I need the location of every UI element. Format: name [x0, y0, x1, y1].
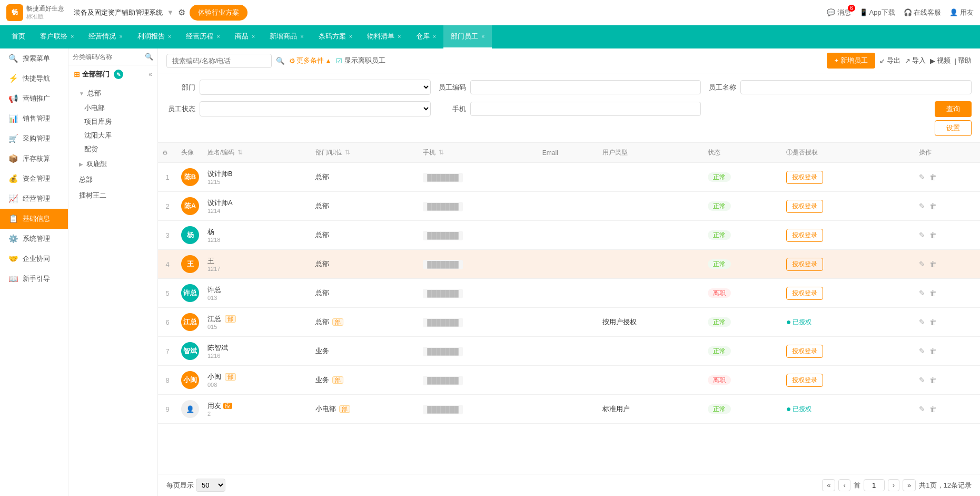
dept-child-xiangmuhouse[interactable]: 项目库房: [68, 115, 157, 129]
close-icon[interactable]: ×: [481, 33, 484, 40]
close-icon[interactable]: ×: [119, 33, 122, 40]
tab-barcode[interactable]: 条码方案 ×: [311, 25, 360, 48]
dept-select[interactable]: [200, 80, 431, 95]
col-phone[interactable]: 手机 ⇅: [419, 143, 538, 163]
delete-button[interactable]: 🗑: [929, 202, 937, 210]
close-icon[interactable]: ×: [71, 33, 74, 40]
edit-button[interactable]: ✎: [919, 347, 925, 355]
last-page-button[interactable]: »: [903, 479, 916, 491]
sort-icon[interactable]: ⇅: [439, 149, 444, 156]
sidebar-item-collab[interactable]: 🤝 企业协同: [0, 249, 68, 269]
per-page-select[interactable]: 50 20 100: [196, 479, 225, 492]
sidebar-item-basic[interactable]: 📋 基础信息: [0, 209, 68, 229]
edit-button[interactable]: ✎: [919, 231, 925, 239]
edit-button[interactable]: ✎: [919, 173, 925, 181]
next-page-button[interactable]: ›: [888, 479, 899, 491]
close-icon[interactable]: ×: [168, 33, 171, 40]
sidebar-item-sales[interactable]: 📊 销售管理: [0, 109, 68, 129]
delete-button[interactable]: 🗑: [929, 318, 937, 326]
tab-department-staff[interactable]: 部门员工 ×: [443, 25, 492, 48]
dept-child-peihuo[interactable]: 配货: [68, 142, 157, 156]
sort-icon[interactable]: ⇅: [345, 149, 350, 156]
close-icon[interactable]: ×: [433, 33, 436, 40]
first-page-button[interactable]: «: [822, 479, 835, 491]
set-action-button[interactable]: 设置: [935, 120, 972, 136]
delete-button[interactable]: 🗑: [929, 289, 937, 297]
tab-home[interactable]: 首页: [4, 25, 33, 48]
dept-child-shenyangdaku[interactable]: 沈阳大库: [68, 129, 157, 142]
tab-new-goods[interactable]: 新增商品 ×: [262, 25, 311, 48]
sidebar-item-guide[interactable]: 📖 新手引导: [0, 269, 68, 289]
sort-icon[interactable]: ⇅: [237, 149, 243, 156]
page-number-input[interactable]: [864, 479, 885, 491]
edit-button[interactable]: ✎: [919, 260, 925, 268]
edit-button[interactable]: ✎: [919, 318, 925, 326]
trial-button[interactable]: 体验行业方案: [190, 5, 248, 21]
edit-button[interactable]: ✎: [919, 202, 925, 210]
tab-operation[interactable]: 经营情况 ×: [81, 25, 130, 48]
close-icon[interactable]: ×: [349, 33, 352, 40]
auth-login-button[interactable]: 授权登录: [786, 171, 823, 184]
edit-button[interactable]: ✎: [919, 376, 925, 384]
user-menu[interactable]: 👤 用友: [949, 8, 974, 17]
sidebar-item-system[interactable]: ⚙️ 系统管理: [0, 229, 68, 249]
delete-button[interactable]: 🗑: [929, 231, 937, 239]
collapse-icon[interactable]: «: [149, 71, 152, 78]
emp-code-input[interactable]: [470, 80, 701, 94]
auth-login-button[interactable]: 授权登录: [786, 200, 823, 213]
edit-button[interactable]: ✎: [919, 289, 925, 297]
emp-name-input[interactable]: [740, 80, 972, 94]
message-button[interactable]: 💬 消息 6: [827, 8, 851, 17]
delete-button[interactable]: 🗑: [929, 260, 937, 268]
delete-button[interactable]: 🗑: [929, 173, 937, 181]
tab-profit[interactable]: 利润报告 ×: [130, 25, 179, 48]
phone-input[interactable]: [470, 102, 701, 116]
add-employee-button[interactable]: + 新增员工: [827, 53, 875, 69]
tab-customer[interactable]: 客户联络 ×: [33, 25, 81, 48]
more-filter-button[interactable]: ⚙ 更多条件 ▲: [289, 56, 332, 65]
sidebar-item-search[interactable]: 🔍 搜索菜单: [0, 48, 68, 69]
import-button[interactable]: ↗ 导入: [905, 56, 926, 65]
close-icon[interactable]: ×: [252, 33, 255, 40]
tab-bom[interactable]: 物料清单 ×: [360, 25, 408, 48]
delete-button[interactable]: 🗑: [929, 376, 937, 384]
app-download-button[interactable]: 📱 App下载: [859, 8, 895, 17]
close-icon[interactable]: ×: [398, 33, 401, 40]
close-icon[interactable]: ×: [300, 33, 303, 40]
dept-node-zongbu2[interactable]: 总部: [68, 172, 157, 188]
dept-search-input[interactable]: [73, 53, 143, 61]
auth-login-button[interactable]: 授权登录: [786, 287, 823, 300]
close-icon[interactable]: ×: [216, 33, 220, 40]
tab-history[interactable]: 经营历程 ×: [179, 25, 227, 48]
sidebar-item-inventory[interactable]: 📦 库存核算: [0, 149, 68, 169]
auth-login-button[interactable]: 授权登录: [786, 345, 823, 358]
dept-node-chashuwang[interactable]: 插树王二: [68, 188, 157, 203]
export-button[interactable]: ↙ 导出: [879, 56, 900, 65]
dept-child-xiaodianbu[interactable]: 小电部: [68, 101, 157, 115]
dept-node-shuanglu[interactable]: ▶ 双鹿想: [68, 156, 157, 172]
delete-button[interactable]: 🗑: [929, 347, 937, 355]
search-button[interactable]: 🔍: [276, 57, 285, 65]
dept-node-zongbu[interactable]: ▼ 总部: [68, 85, 157, 101]
sidebar-item-marketing[interactable]: 📢 营销推广: [0, 89, 68, 109]
show-resigned-checkbox[interactable]: ☑ 显示离职员工: [336, 56, 385, 65]
tab-warehouse[interactable]: 仓库 ×: [409, 25, 443, 48]
auth-login-button[interactable]: 授权登录: [786, 374, 823, 387]
search-input[interactable]: [166, 54, 272, 68]
sidebar-item-quicknav[interactable]: ⚡ 快捷导航: [0, 69, 68, 89]
online-service-button[interactable]: 🎧 在线客服: [904, 8, 942, 17]
settings-button[interactable]: ⚙: [178, 7, 185, 17]
edit-button[interactable]: ✎: [919, 405, 925, 413]
col-dept-position[interactable]: 部门/职位 ⇅: [311, 143, 419, 163]
sidebar-item-business[interactable]: 📈 经营管理: [0, 189, 68, 209]
sidebar-item-purchase[interactable]: 🛒 采购管理: [0, 129, 68, 149]
search-action-button[interactable]: 查询: [935, 101, 972, 117]
dept-all-header[interactable]: ⊞ 全部部门 ✎ «: [68, 65, 157, 83]
help-button[interactable]: | 帮助: [955, 56, 972, 65]
col-name-code[interactable]: 姓名/编码 ⇅: [203, 143, 311, 163]
auth-login-button[interactable]: 授权登录: [786, 258, 823, 271]
view-button[interactable]: ▶ 视频: [930, 56, 951, 65]
delete-button[interactable]: 🗑: [929, 405, 937, 413]
sidebar-item-finance[interactable]: 💰 资金管理: [0, 169, 68, 189]
edit-icon[interactable]: ✎: [114, 70, 123, 79]
